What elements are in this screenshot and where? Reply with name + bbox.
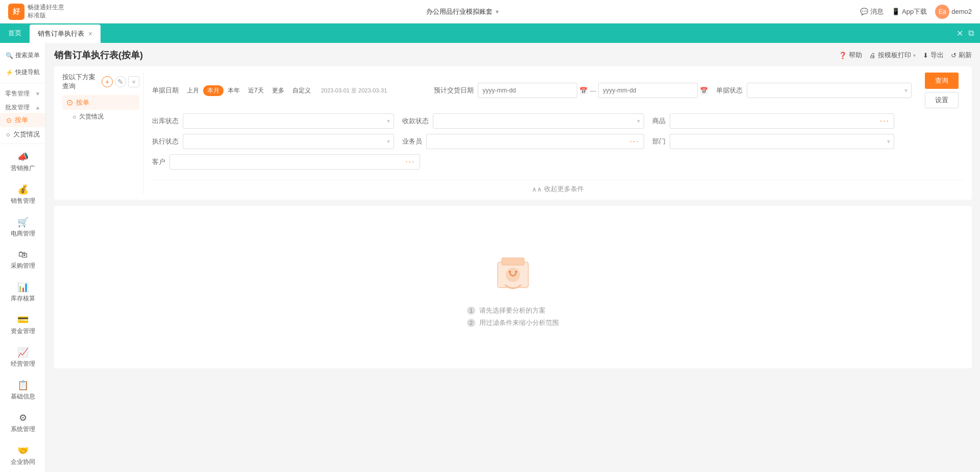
tab-close-icon[interactable]: ×: [88, 30, 92, 38]
sidebar-divider2: [0, 144, 45, 144]
sidebar-item-sales[interactable]: 💰 销售管理: [2, 179, 43, 210]
date-range-dash: —: [590, 87, 596, 95]
sidebar-item-finance[interactable]: 💳 资金管理: [2, 309, 43, 341]
print-chevron-icon: ▾: [913, 53, 916, 58]
avatar: Ea: [935, 5, 949, 19]
filter-product-field: 商品 ···: [652, 113, 894, 129]
exec-status-label: 执行状态: [152, 137, 179, 146]
date-tab-custom[interactable]: 自定义: [288, 85, 315, 97]
date-tab-this-year[interactable]: 本年: [224, 85, 244, 97]
tab-sales-order[interactable]: 销售订单执行表 ×: [30, 25, 101, 43]
sidebar-item-operations[interactable]: 📈 经营管理: [2, 342, 43, 373]
status-select[interactable]: [747, 83, 912, 98]
refresh-button[interactable]: ↺ 刷新: [951, 51, 972, 60]
product-dots-icon: ···: [880, 116, 890, 126]
print-button[interactable]: 🖨 按模板打印 ▾: [869, 51, 916, 60]
help-icon: ❓: [839, 52, 847, 59]
customer-dots-icon: ···: [405, 157, 415, 167]
date-tab-last7[interactable]: 近7天: [244, 85, 268, 97]
out-status-select[interactable]: [183, 113, 394, 129]
status-label: 单据状态: [716, 86, 743, 95]
date-tab-this-month[interactable]: 本月: [203, 85, 224, 96]
empty-tip-1: 1 请先选择要分析的方案: [467, 306, 559, 315]
sidebar-section-retail[interactable]: 零售管理 ▼: [3, 85, 42, 99]
filter-dept-field: 部门 ▾: [652, 134, 894, 149]
out-status-select-wrap: ▾: [183, 113, 394, 129]
scheme-panel: 按以下方案查询 + ✎ « ⊙ 按单 ○ 欠货情况: [62, 73, 144, 194]
basic-icon: 📋: [17, 380, 29, 391]
status-select-wrap: ▾: [747, 83, 912, 98]
date-tab-more[interactable]: 更多: [268, 85, 288, 97]
sidebar-item-basic[interactable]: 📋 基础信息: [2, 374, 43, 406]
query-btn-group: 查询 设置: [920, 73, 964, 108]
add-scheme-button[interactable]: +: [102, 76, 113, 87]
svg-point-4: [515, 271, 517, 273]
collapse-more-button[interactable]: ∧∧ 收起更多条件: [532, 184, 584, 194]
sidebar-quick-nav[interactable]: ⚡ 快捷导航: [0, 64, 45, 81]
user-menu[interactable]: Ea demo2: [935, 5, 972, 19]
scheme-by-order-icon: ⊙: [66, 98, 73, 107]
tab-bar-actions: ✕ ⧉: [957, 29, 980, 38]
out-status-label: 出库状态: [152, 116, 179, 126]
export-button[interactable]: ⬇ 导出: [923, 51, 944, 60]
sidebar-item-marketing[interactable]: 📣 营销推广: [2, 146, 43, 178]
filter-status-field: 单据状态 ▾: [716, 83, 912, 98]
tab-home[interactable]: 首页: [0, 23, 30, 43]
collapse-scheme-button[interactable]: «: [128, 76, 139, 87]
logo-text: 畅捷通好生意 标准版: [28, 4, 64, 19]
scheme-item-owed[interactable]: ○ 欠货情况: [62, 110, 139, 124]
scheme-panel-header: 按以下方案查询 + ✎ «: [62, 73, 139, 91]
sidebar-item-by-order[interactable]: ⊙ 按单: [0, 113, 45, 127]
close-window-icon[interactable]: ✕: [957, 29, 963, 38]
expected-date-to-input[interactable]: [598, 83, 698, 98]
exec-status-select[interactable]: [183, 134, 394, 149]
expected-date-from-cal-icon[interactable]: 📅: [579, 87, 587, 95]
receipt-status-label: 收款状态: [402, 116, 429, 126]
sidebar: 🔍 搜索菜单 ⚡ 快捷导航 零售管理 ▼ 批发管理 ▲ ⊙ 按单 ○ 欠货情况 …: [0, 43, 46, 472]
quick-nav-icon: ⚡: [6, 69, 13, 76]
nav-label[interactable]: 办公用品行业模拟账套 ▾: [426, 7, 499, 16]
salesperson-dots-btn[interactable]: ···: [426, 134, 644, 149]
settings-button[interactable]: 设置: [925, 92, 959, 108]
receipt-status-select[interactable]: [433, 113, 644, 129]
page-title: 销售订单执行表(按单): [54, 49, 143, 61]
scheme-item-by-order[interactable]: ⊙ 按单: [62, 95, 139, 110]
expected-date-to-cal-icon[interactable]: 📅: [700, 87, 708, 95]
search-menu[interactable]: 🔍 搜索菜单: [0, 47, 45, 64]
edit-scheme-button[interactable]: ✎: [115, 76, 126, 87]
date-tab-last-month[interactable]: 上月: [183, 85, 203, 97]
print-icon: 🖨: [869, 52, 876, 59]
customer-label: 客户: [152, 157, 165, 167]
page-actions: ❓ 帮助 🖨 按模板打印 ▾ ⬇ 导出 ↺ 刷新: [839, 51, 972, 60]
svg-point-2: [506, 268, 520, 282]
restore-window-icon[interactable]: ⧉: [968, 29, 974, 38]
filter-row-4: 客户 ···: [152, 154, 964, 170]
sidebar-item-ecommerce[interactable]: 🛒 电商管理: [2, 211, 43, 243]
filter-receipt-status-field: 收款状态 ▾: [402, 113, 644, 129]
export-icon: ⬇: [923, 52, 928, 59]
msg-button[interactable]: 💬 消息: [860, 7, 884, 16]
by-order-icon: ⊙: [6, 116, 12, 124]
help-button[interactable]: ❓ 帮助: [839, 51, 862, 60]
empty-state: 1 请先选择要分析的方案 2 用过滤条件来缩小分析范围: [54, 206, 972, 368]
dept-select[interactable]: [670, 134, 894, 149]
logo[interactable]: 好 畅捷通好生意 标准版: [8, 4, 64, 20]
filter-date-field: 单据日期 上月 本月 本年 近7天 更多 自定义 20: [152, 85, 426, 97]
sidebar-item-purchase[interactable]: 🛍 采购管理: [2, 244, 43, 275]
sidebar-item-corp[interactable]: 🤝 企业协同: [2, 440, 43, 471]
filter-salesperson-field: 业务员 ···: [402, 134, 644, 149]
app-download-button[interactable]: 📱 App下载: [892, 7, 927, 16]
empty-tips: 1 请先选择要分析的方案 2 用过滤条件来缩小分析范围: [467, 306, 559, 327]
sidebar-section-wholesale[interactable]: 批发管理 ▲: [3, 99, 42, 113]
customer-dots-btn[interactable]: ···: [169, 154, 420, 170]
sidebar-item-owed[interactable]: ○ 欠货情况: [0, 127, 45, 141]
product-dots-btn[interactable]: ···: [670, 113, 894, 129]
empty-tip-2: 2 用过滤条件来缩小分析范围: [467, 318, 559, 327]
expected-date-from-input[interactable]: [478, 83, 577, 98]
scheme-actions: + ✎ «: [102, 76, 139, 87]
sidebar-item-inventory[interactable]: 📊 库存核算: [2, 276, 43, 308]
sidebar-item-system[interactable]: ⚙ 系统管理: [2, 407, 43, 439]
sidebar-divider: [0, 83, 45, 83]
operations-icon: 📈: [17, 347, 29, 358]
query-button[interactable]: 查询: [925, 73, 959, 89]
